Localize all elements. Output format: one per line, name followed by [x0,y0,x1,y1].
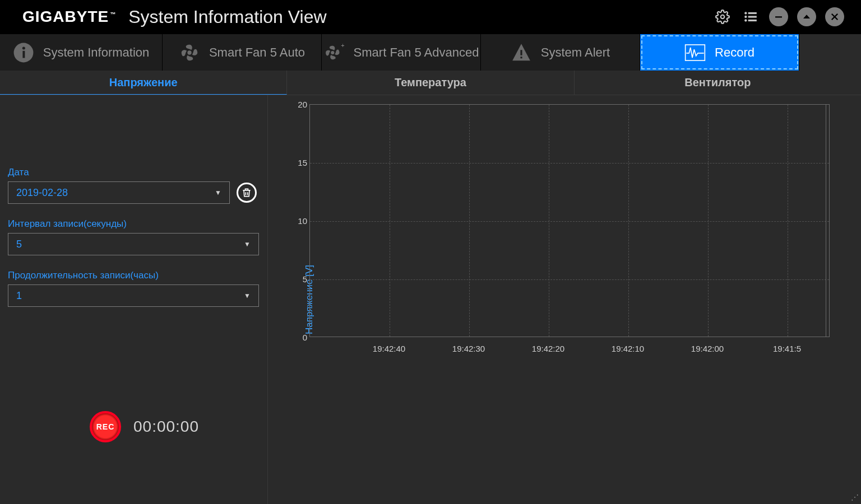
subtab-fan[interactable]: Вентилятор [575,71,861,95]
xtick: 19:42:00 [691,344,724,353]
tab-label: Smart Fan 5 Advanced [354,45,479,60]
tab-system-information[interactable]: System Information [0,34,163,71]
record-wave-icon [684,42,706,63]
duration-label: Продолжительность записи(часы) [8,270,260,281]
gridline [469,105,470,337]
date-select[interactable]: 2019-02-28 ▼ [8,181,230,204]
tab-smart-fan-auto[interactable]: Smart Fan 5 Auto [163,34,322,71]
svg-rect-6 [748,20,757,21]
main-content: Дата 2019-02-28 ▼ Интервал записи(секунд… [0,95,861,504]
svg-point-0 [721,15,725,19]
alert-icon [511,42,532,63]
gridline [788,105,788,337]
record-button[interactable]: REC [90,411,121,442]
gridline [310,221,829,222]
svg-rect-4 [748,16,757,17]
interval-label: Интервал записи(секунды) [8,218,260,230]
svg-text:+: + [341,42,344,49]
svg-point-14 [331,50,334,54]
svg-point-1 [744,12,747,14]
xtick: 19:41:5 [773,344,801,353]
subtab-voltage[interactable]: Напряжение [0,71,287,95]
ytick: 20 [296,100,307,109]
tab-label: Record [715,45,754,60]
brand-text: GIGABYTE [22,8,109,26]
ytick: 5 [296,274,307,284]
fan-icon [179,42,200,63]
fan-plus-icon: + [323,42,345,63]
svg-point-13 [187,50,191,54]
minimize-icon[interactable] [769,7,788,26]
tab-smart-fan-advanced[interactable]: + Smart Fan 5 Advanced [322,34,481,71]
ytick: 0 [296,333,307,342]
tab-label: System Alert [541,45,610,60]
svg-rect-7 [775,16,782,17]
tab-system-alert[interactable]: System Alert [481,34,640,71]
date-value: 2019-02-28 [16,187,68,199]
gridline [549,105,549,337]
resize-grip-icon[interactable]: ⋰ [851,493,858,502]
brand-tm: ™ [110,11,116,17]
svg-point-3 [744,16,747,18]
gridline [708,105,709,337]
tab-label: System Information [43,45,150,60]
gridline [628,105,629,337]
chart-plot-area [309,104,830,337]
gridline [390,105,390,337]
duration-value: 1 [16,290,22,302]
maximize-icon[interactable] [797,7,816,26]
interval-value: 5 [16,239,22,250]
duration-select[interactable]: 1 ▼ [8,284,259,307]
chevron-down-icon: ▼ [244,292,251,300]
xtick: 19:42:30 [452,344,485,353]
svg-rect-11 [22,50,25,58]
svg-point-5 [744,19,747,21]
svg-rect-17 [520,57,522,58]
record-timer: 00:00:00 [133,418,199,436]
title-bar: GIGABYTE™ System Information View [0,0,861,34]
gridline [310,279,829,280]
main-tabs: System Information Smart Fan 5 Auto + Sm… [0,34,861,71]
xtick: 19:42:20 [532,344,564,353]
gridline [310,163,829,164]
tab-label: Smart Fan 5 Auto [209,45,305,60]
chevron-down-icon: ▼ [215,189,221,197]
xtick: 19:42:40 [373,344,405,353]
record-button-text: REC [96,422,115,431]
ytick: 10 [296,216,307,226]
sub-tabs: Напряжение Температура Вентилятор [0,71,861,95]
close-icon[interactable] [825,7,844,26]
delete-button[interactable] [237,183,257,203]
gridline [826,105,826,337]
info-icon [13,42,34,63]
subtab-temperature[interactable]: Температура [287,71,574,95]
app-title: System Information View [128,7,326,27]
date-label: Дата [8,167,260,178]
settings-icon[interactable] [713,7,732,26]
interval-select[interactable]: 5 ▼ [8,233,259,255]
xtick: 19:42:10 [612,344,644,353]
svg-point-12 [22,46,25,49]
list-icon[interactable] [741,7,760,26]
svg-rect-2 [748,12,757,14]
ytick: 15 [296,158,307,167]
tab-record[interactable]: Record [640,34,799,71]
chart-panel: Напряжение [V] 20 15 10 5 0 19:42:40 19:… [268,95,861,504]
svg-rect-16 [520,50,522,55]
brand-logo: GIGABYTE™ [22,8,116,26]
chevron-down-icon: ▼ [244,240,251,248]
left-panel: Дата 2019-02-28 ▼ Интервал записи(секунд… [0,95,268,504]
